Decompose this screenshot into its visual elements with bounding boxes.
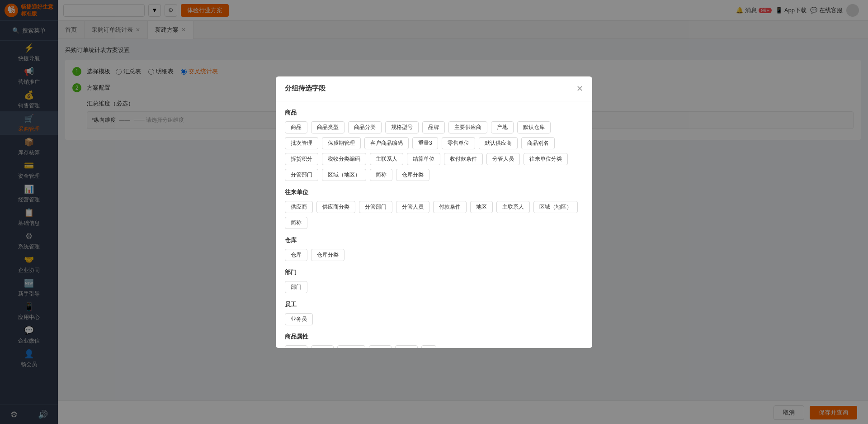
field-tag[interactable]: 品牌 [422,121,445,133]
field-tag[interactable]: 付款条件 [433,201,467,213]
section-warehouse: 仓库 仓库仓库分类 [285,236,583,261]
field-tag[interactable]: 分管人员 [486,153,520,165]
field-tag[interactable]: 简称 [370,169,392,181]
field-tag[interactable]: 拆货积分 [285,153,318,165]
field-tag[interactable]: 仓库分类 [396,169,429,181]
field-tag[interactable]: 供应商 [285,201,313,213]
section-employee: 员工 业务员 [285,300,583,325]
section-department: 部门 部门 [285,268,583,293]
section-product-title: 商品 [285,109,583,117]
section-product-attr-title: 商品属性 [285,333,583,341]
field-tag[interactable]: 颜色 [311,345,334,348]
field-tag[interactable]: 供应商分类 [316,201,355,213]
field-tag[interactable]: 分管部门 [359,201,392,213]
field-tag[interactable]: 分管人员 [396,201,429,213]
field-tag[interactable]: 默认仓库 [517,121,551,133]
field-tag[interactable]: 简称 [285,217,307,229]
employee-field-tags: 业务员 [285,313,583,325]
field-tag[interactable]: 商品分类 [348,121,382,133]
field-tag[interactable]: 结算单位 [407,153,440,165]
field-tag[interactable]: 规格型号 [385,121,419,133]
field-tag[interactable]: 分管部门 [285,169,318,181]
department-field-tags: 部门 [285,281,583,293]
field-tag[interactable]: 商品 [285,121,307,133]
field-tag[interactable]: 主要供应商 [448,121,487,133]
field-tag[interactable]: 部门 [285,281,307,293]
field-tag[interactable]: 客户商品编码 [364,137,409,149]
section-partner-title: 往来单位 [285,188,583,196]
modal-body[interactable]: 商品 商品商品类型商品分类规格型号品牌主要供应商产地默认仓库批次管理保质期管理客… [276,101,592,348]
field-tag[interactable]: 商品类型 [311,121,344,133]
field-tag[interactable]: 保质期管理 [322,137,361,149]
modal-close-icon[interactable]: ✕ [576,84,583,94]
field-tag[interactable]: 税收分类编码 [322,153,366,165]
field-tag[interactable]: 区域（地区） [533,201,578,213]
field-tag[interactable]: 批次管理 [285,137,318,149]
field-tag[interactable]: 多规格 [337,345,365,348]
section-partner: 往来单位 供应商供应商分类分管部门分管人员付款条件地区主联系人区域（地区）简称 [285,188,583,229]
section-warehouse-title: 仓库 [285,236,583,244]
field-tag[interactable]: 主联系人 [370,153,403,165]
field-tag[interactable]: 尺码 [369,345,392,348]
warehouse-field-tags: 仓库仓库分类 [285,249,583,261]
field-tag[interactable]: 1 [421,345,436,348]
modal: 分组待选字段 ✕ 商品 商品商品类型商品分类规格型号品牌主要供应商产地默认仓库批… [276,76,592,348]
field-tag[interactable]: 默认供应商 [479,137,518,149]
field-tag[interactable]: 鞋码 [395,345,418,348]
field-tag[interactable]: 商品别名 [521,137,555,149]
field-tag[interactable]: 属性 [285,345,307,348]
partner-field-tags: 供应商供应商分类分管部门分管人员付款条件地区主联系人区域（地区）简称 [285,201,583,229]
section-employee-title: 员工 [285,300,583,309]
product-attr-field-tags: 属性颜色多规格尺码鞋码1 [285,345,583,348]
product-field-tags: 商品商品类型商品分类规格型号品牌主要供应商产地默认仓库批次管理保质期管理客户商品… [285,121,583,181]
field-tag[interactable]: 主联系人 [496,201,530,213]
field-tag[interactable]: 零售单位 [442,137,475,149]
modal-header: 分组待选字段 ✕ [276,76,592,101]
field-tag[interactable]: 仓库分类 [311,249,344,261]
field-tag[interactable]: 重量3 [412,137,438,149]
field-tag[interactable]: 往来单位分类 [524,153,568,165]
section-product-attr: 商品属性 属性颜色多规格尺码鞋码1 [285,333,583,348]
field-tag[interactable]: 区域（地区） [322,169,366,181]
field-tag[interactable]: 产地 [491,121,514,133]
field-tag[interactable]: 仓库 [285,249,307,261]
field-tag[interactable]: 业务员 [285,313,313,325]
section-product: 商品 商品商品类型商品分类规格型号品牌主要供应商产地默认仓库批次管理保质期管理客… [285,109,583,181]
modal-title: 分组待选字段 [285,84,326,93]
field-tag[interactable]: 地区 [470,201,493,213]
section-department-title: 部门 [285,268,583,276]
field-tag[interactable]: 收付款条件 [444,153,483,165]
